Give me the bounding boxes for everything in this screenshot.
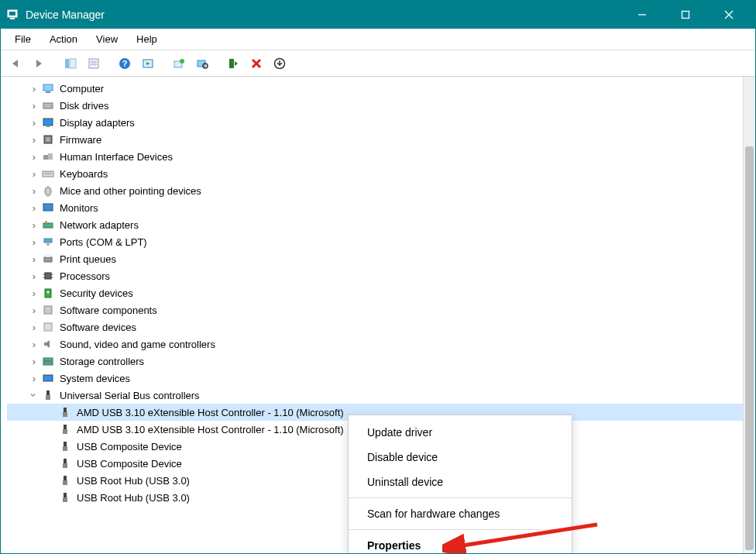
system-icon — [41, 371, 55, 385]
enable-device-toolbar-button[interactable] — [222, 53, 244, 74]
sound-icon — [41, 337, 55, 351]
menu-action[interactable]: Action — [42, 31, 85, 47]
tree-item-storage-controllers[interactable]: › Storage controllers — [7, 353, 743, 370]
tree-item-print-queues[interactable]: › Print queues — [7, 250, 743, 267]
disk-icon — [41, 98, 55, 112]
ctx-update-driver[interactable]: Update driver — [349, 420, 572, 445]
tree-item-hid[interactable]: › Human Interface Devices — [7, 148, 743, 165]
svg-rect-62 — [63, 446, 67, 451]
chevron-right-icon[interactable]: › — [29, 253, 40, 264]
titlebar[interactable]: Device Manager — [1, 1, 755, 29]
chevron-right-icon[interactable]: › — [29, 100, 40, 111]
svg-rect-37 — [43, 223, 53, 228]
svg-rect-28 — [46, 126, 50, 127]
chevron-right-icon[interactable]: › — [29, 270, 40, 281]
tree-item-security[interactable]: › Security devices — [7, 284, 743, 301]
tree-item-label: USB Root Hub (USB 3.0) — [77, 475, 190, 487]
chevron-right-icon[interactable]: › — [29, 83, 40, 94]
maximize-button[interactable] — [664, 1, 707, 29]
monitor-icon — [41, 201, 55, 215]
chevron-right-icon[interactable]: › — [29, 356, 40, 366]
chevron-right-icon[interactable]: › — [29, 134, 40, 145]
tree-item-ports[interactable]: › Ports (COM & LPT) — [7, 233, 743, 250]
ctx-scan-hardware[interactable]: Scan for hardware changes — [349, 501, 572, 526]
tree-item-firmware[interactable]: › Firmware — [7, 131, 743, 148]
firmware-icon — [41, 132, 55, 146]
chevron-right-icon[interactable]: › — [29, 287, 40, 298]
chevron-right-icon[interactable]: › — [29, 373, 40, 384]
svg-rect-1 — [9, 12, 15, 15]
disable-device-toolbar-button[interactable] — [269, 53, 290, 74]
display-icon — [41, 115, 55, 129]
menu-bar: File Action View Help — [1, 29, 755, 50]
chevron-right-icon[interactable]: › — [29, 185, 40, 196]
chevron-right-icon[interactable]: › — [29, 151, 40, 162]
tree-item-computer[interactable]: › Computer — [7, 80, 743, 97]
svg-rect-7 — [65, 59, 69, 68]
hid-icon — [41, 150, 55, 163]
minimize-button[interactable] — [620, 1, 664, 29]
tree-item-label: Software components — [60, 305, 157, 316]
svg-rect-9 — [89, 59, 98, 68]
svg-rect-27 — [43, 119, 53, 126]
tree-item-usb-controllers[interactable]: › Universal Serial Bus controllers — [7, 387, 743, 404]
chevron-right-icon[interactable]: › — [29, 339, 40, 349]
chevron-right-icon[interactable]: › — [29, 322, 40, 332]
chevron-down-icon[interactable]: › — [29, 390, 40, 401]
svg-rect-8 — [70, 59, 76, 68]
tree-item-system-devices[interactable]: › System devices — [7, 370, 743, 387]
tree-item-label: System devices — [60, 373, 130, 384]
ctx-disable-device[interactable]: Disable device — [349, 445, 572, 470]
action-toolbar-button[interactable] — [137, 53, 159, 74]
tree-item-monitors[interactable]: › Monitors — [7, 199, 743, 216]
tree-item-software-devices[interactable]: › Software devices — [7, 318, 743, 335]
chevron-right-icon[interactable]: › — [29, 305, 40, 315]
ctx-properties[interactable]: Properties — [349, 533, 572, 553]
show-hide-tree-button[interactable] — [60, 53, 81, 74]
security-icon — [41, 286, 55, 300]
chevron-right-icon[interactable]: › — [29, 168, 40, 179]
back-button[interactable] — [5, 53, 27, 74]
tree-item-mice[interactable]: › Mice and other pointing devices — [7, 182, 743, 199]
separator — [349, 497, 572, 498]
svg-point-35 — [45, 187, 51, 196]
update-driver-toolbar-button[interactable] — [168, 53, 190, 74]
vertical-scrollbar[interactable] — [743, 77, 755, 553]
ctx-uninstall-device[interactable]: Uninstall device — [349, 470, 572, 494]
tree-item-network[interactable]: › Network adapters — [7, 216, 743, 233]
tree-item-display-adapters[interactable]: › Display adapters — [7, 114, 743, 131]
menu-view[interactable]: View — [88, 31, 125, 47]
usb-icon — [58, 405, 72, 419]
tree-item-label: Firmware — [60, 134, 101, 146]
chevron-right-icon[interactable]: › — [29, 202, 40, 213]
tree-item-software-components[interactable]: › Software components — [7, 301, 743, 318]
usb-icon — [58, 422, 72, 436]
properties-toolbar-button[interactable] — [83, 53, 105, 74]
tree-item-label: Ports (COM & LPT) — [60, 236, 147, 248]
svg-rect-51 — [44, 323, 52, 331]
scan-hardware-toolbar-button[interactable] — [191, 53, 213, 74]
menu-file[interactable]: File — [7, 31, 39, 47]
chevron-right-icon[interactable]: › — [29, 117, 40, 128]
chevron-right-icon[interactable]: › — [29, 236, 40, 247]
svg-rect-57 — [64, 408, 67, 412]
menu-help[interactable]: Help — [129, 31, 165, 47]
tree-item-label: Network adapters — [60, 219, 139, 231]
uninstall-device-toolbar-button[interactable] — [246, 53, 267, 74]
help-toolbar-button[interactable]: ? — [114, 53, 136, 74]
forward-button[interactable] — [29, 53, 50, 74]
tree-item-processors[interactable]: › Processors — [7, 267, 743, 284]
close-button[interactable] — [707, 1, 751, 29]
svg-rect-54 — [43, 375, 53, 381]
tree-item-label: AMD USB 3.10 eXtensible Host Controller … — [77, 407, 344, 418]
printer-icon — [41, 252, 55, 266]
scrollbar-thumb[interactable] — [745, 146, 754, 550]
tree-item-disk-drives[interactable]: › Disk drives — [7, 97, 743, 114]
tree-item-keyboards[interactable]: › Keyboards — [7, 165, 743, 182]
tree-item-sound[interactable]: › Sound, video and game controllers — [7, 335, 743, 353]
svg-rect-66 — [63, 480, 67, 485]
chevron-right-icon[interactable]: › — [29, 219, 40, 230]
device-tree[interactable]: › Computer › Disk drives › Display adapt… — [1, 77, 743, 553]
storage-icon — [41, 354, 55, 368]
svg-rect-19 — [229, 59, 234, 68]
